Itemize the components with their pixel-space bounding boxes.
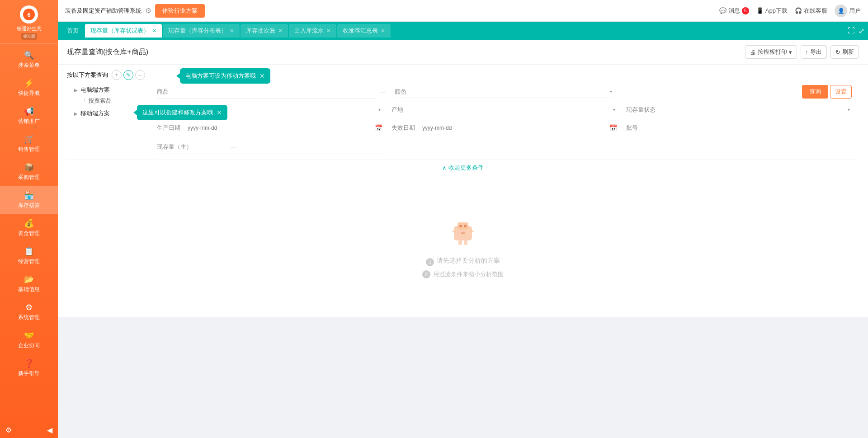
trial-button[interactable]: 体验行业方案 [155, 4, 205, 18]
topbar: 装备及固定资产辅助管理系统 ⚙ 体验行业方案 💬 消息 6 📱 App下载 🎧 … [58, 0, 868, 22]
page-title: 现存量查询(按仓库+商品) [67, 47, 148, 57]
tab-inventory-dist-close[interactable]: ✕ [230, 28, 234, 34]
refresh-button[interactable]: ↻ 刷新 [830, 45, 859, 59]
empty-text-2: 用过滤条件来缩小分析范围 [433, 270, 504, 278]
settings-button[interactable]: 设置 [830, 85, 852, 99]
desktop-expand-arrow: ▶ [74, 88, 78, 93]
sidebar-item-enterprise[interactable]: 🤝 企业协同 [0, 326, 58, 354]
filter-color-select[interactable]: ▾ [422, 87, 614, 96]
filter-batch-input[interactable] [653, 122, 852, 133]
main-area: 装备及固定资产辅助管理系统 ⚙ 体验行业方案 💬 消息 6 📱 App下载 🎧 … [58, 0, 868, 438]
topbar-gear-icon[interactable]: ⚙ [145, 6, 151, 15]
sidebar-item-label: 基础信息 [18, 286, 40, 293]
filter-stock-status-select[interactable]: ▾ [656, 105, 852, 114]
filter-stock-status-label: 现存量状态 [626, 106, 656, 114]
message-button[interactable]: 💬 消息 6 [719, 7, 749, 15]
logo-title: 畅通好生意 [17, 25, 42, 32]
scheme-tree-desktop[interactable]: ▶ 电脑端方案 [74, 85, 112, 95]
sales-icon: 🛒 [24, 134, 34, 144]
filter-field-goods: 商品 [157, 85, 377, 99]
sidebar-item-label: 新手引导 [18, 370, 40, 377]
filter-expire-date-start[interactable] [419, 123, 609, 133]
sidebar-item-system[interactable]: ⚙ 系统管理 [0, 298, 58, 326]
refresh-label: 刷新 [842, 48, 854, 56]
sidebar-footer: ⚙ ◀ [0, 422, 58, 438]
range-separator: — [230, 143, 236, 150]
scheme-tree-mobile[interactable]: ▶ 移动端方案 [74, 108, 112, 119]
add-scheme-button[interactable]: + [112, 70, 122, 80]
tab-inout-flow[interactable]: 出入库流水 ✕ [289, 24, 336, 38]
purchase-icon: 📦 [24, 162, 34, 172]
scheme-sub-item-search[interactable]: └ 按搜索品 [83, 95, 112, 106]
sidebar-item-newbie[interactable]: ❓ 新手引导 [0, 354, 58, 382]
edit-scheme-button[interactable]: ✎ [123, 70, 133, 80]
desktop-scheme-label: 电脑端方案 [80, 86, 110, 94]
mobile-scheme-label: 移动端方案 [80, 109, 110, 118]
user-menu-button[interactable]: 👤 用户 [835, 5, 861, 17]
tab-inventory-dist[interactable]: 现存量（库存分布表） ✕ [163, 24, 240, 38]
filter-header-label: 按以下方案查询 [67, 71, 108, 79]
sidebar-item-operations[interactable]: 📋 经营管理 [0, 242, 58, 270]
tab-expand-icon[interactable]: ⤢ [859, 27, 864, 35]
tab-batch-account-close[interactable]: ✕ [278, 28, 283, 34]
tab-recv-summary[interactable]: 收发存汇总表 ✕ [337, 24, 391, 38]
filter-batch-label: 批号 [626, 124, 653, 132]
sidebar-item-finance[interactable]: 💰 资金管理 [0, 214, 58, 242]
phone-icon: 📱 [756, 7, 764, 14]
marketing-icon: 📢 [24, 106, 34, 116]
produce-date-calendar-icon[interactable]: 📅 [375, 124, 382, 132]
tooltip-desktop-scheme: 电脑方案可设为移动方案哦 ✕ [180, 68, 270, 84]
sidebar-item-search[interactable]: 🔍 搜索菜单 [0, 46, 58, 74]
tab-batch-account[interactable]: 库存批次账 ✕ [241, 24, 288, 38]
sidebar-item-sales[interactable]: 🛒 销售管理 [0, 130, 58, 158]
system-icon: ⚙ [25, 302, 33, 312]
filter-field-produce-date: 生产日期 📅 [157, 121, 382, 135]
tooltip-desktop-scheme-close[interactable]: ✕ [259, 72, 265, 80]
logo-badge: 标准版 [21, 33, 37, 40]
stock-status-dropdown-arrow: ▾ [848, 107, 850, 112]
tab-recv-summary-close[interactable]: ✕ [381, 28, 385, 34]
svg-point-5 [464, 225, 467, 227]
filter-produce-date-label: 生产日期 [157, 124, 184, 132]
sidebar-item-basic[interactable]: 📂 基础信息 [0, 270, 58, 298]
sidebar-item-label: 营销推广 [18, 118, 40, 125]
online-support-button[interactable]: 🎧 在线客服 [795, 7, 827, 15]
topbar-right: 💬 消息 6 📱 App下载 🎧 在线客服 👤 用户 [719, 5, 861, 17]
sidebar-item-quicknav[interactable]: ⚡ 快捷导航 [0, 74, 58, 102]
page-header: 现存量查询(按仓库+商品) 🖨 按模板打印 ▾ ↑ 导出 ↻ 刷新 [58, 40, 868, 65]
tab-inventory-dist-label: 现存量（库存分布表） [168, 27, 227, 35]
filter-goods-input[interactable] [184, 86, 377, 97]
tab-inout-flow-close[interactable]: ✕ [326, 28, 331, 34]
tab-fullscreen-icon[interactable]: ⛶ [848, 27, 855, 35]
print-icon: 🖨 [750, 49, 756, 56]
expire-date-calendar-icon[interactable]: 📅 [609, 124, 617, 132]
content-area: 现存量查询(按仓库+商品) 🖨 按模板打印 ▾ ↑ 导出 ↻ 刷新 [58, 40, 868, 438]
export-button[interactable]: ↑ 导出 [801, 45, 827, 59]
footer-collapse-icon[interactable]: ◀ [47, 426, 52, 434]
collapse-conditions-button[interactable]: ∧ 收起更多条件 [67, 160, 859, 175]
step-num-2: 2 [422, 270, 430, 278]
sidebar-item-marketing[interactable]: 📢 营销推广 [0, 102, 58, 130]
app-download-button[interactable]: 📱 App下载 [756, 7, 788, 15]
print-button[interactable]: 🖨 按模板打印 ▾ [745, 45, 797, 59]
tab-recv-summary-label: 收发存汇总表 [343, 27, 378, 35]
tab-inventory-status-label: 现存量（库存状况表） [90, 27, 149, 35]
search-button[interactable]: 查询 [802, 85, 828, 99]
back-scheme-button[interactable]: ← [135, 70, 145, 80]
tab-home[interactable]: 首页 [61, 24, 84, 38]
newbie-icon: ❓ [24, 358, 34, 368]
footer-settings-icon[interactable]: ⚙ [5, 426, 12, 434]
sidebar-item-purchase[interactable]: 📦 采购管理 [0, 158, 58, 186]
user-label: 用户 [849, 7, 861, 15]
filter-field-stock-status: 现存量状态 ▾ [626, 104, 852, 116]
filter-origin-select[interactable]: ▾ [419, 105, 617, 114]
filter-goods-dots[interactable]: ··· [380, 89, 391, 95]
tooltip-create-scheme-close[interactable]: ✕ [217, 109, 222, 116]
message-icon: 💬 [719, 7, 726, 14]
filter-stock-qty-min[interactable] [192, 141, 228, 152]
filter-produce-date-start[interactable] [184, 123, 375, 133]
tab-inventory-status-close[interactable]: ✕ [152, 28, 156, 34]
sidebar-item-inventory[interactable]: 🏪 库存核算 [0, 186, 58, 214]
tab-inventory-status[interactable]: 现存量（库存状况表） ✕ [85, 24, 162, 38]
page-actions: 🖨 按模板打印 ▾ ↑ 导出 ↻ 刷新 [745, 45, 859, 59]
